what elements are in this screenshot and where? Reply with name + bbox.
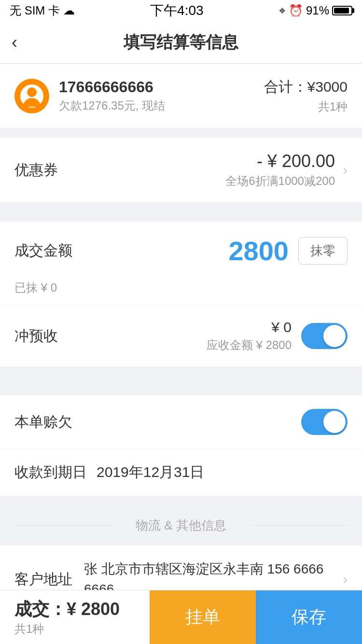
debt-section: 本单赊欠 收款到期日 2019年12月31日 (0, 395, 362, 496)
due-date-label: 收款到期日 (14, 462, 87, 482)
customer-total: 合计：¥3000 共1种 (264, 77, 348, 114)
avatar (14, 79, 49, 113)
coupon-row[interactable]: 优惠券 - ¥ 200.00 全场6折满1000减200 › (0, 138, 362, 202)
charge-amount: ¥ 0 应收金额 ¥ 2800 (207, 319, 292, 353)
status-bar: 无 SIM 卡 ☁ 下午4:03 ⌖ ⏰ 91% (0, 0, 362, 21)
charge-value: ¥ 0 (207, 319, 292, 336)
bottom-deal-line: 成交：¥ 2800 (14, 598, 135, 621)
debt-toggle[interactable] (301, 409, 348, 435)
address-chevron-icon: › (343, 571, 348, 588)
coupon-description: 全场6折满1000减200 (225, 173, 335, 189)
section-divider-1 (0, 212, 362, 222)
customer-info-row: 17666666666 欠款1276.35元, 现结 合计：¥3000 共1种 (0, 64, 362, 128)
charge-right: ¥ 0 应收金额 ¥ 2800 (207, 319, 348, 353)
page-title: 填写结算等信息 (124, 31, 238, 54)
logistics-divider: 物流 & 其他信息 (0, 505, 362, 546)
sim-label: 无 SIM 卡 ☁ (10, 3, 75, 18)
customer-details: 17666666666 欠款1276.35元, 现结 (59, 78, 165, 113)
pending-button[interactable]: 挂单 (150, 590, 256, 644)
charge-toggle[interactable] (301, 323, 348, 349)
bottom-deal-label: 成交： (14, 599, 67, 619)
address-label: 客户地址 (14, 570, 72, 589)
bottom-deal-value: ¥ 2800 (67, 599, 120, 619)
total-count: 共1种 (264, 99, 348, 114)
location-icon: ⌖ (279, 4, 286, 17)
logistics-label: 物流 & 其他信息 (136, 517, 226, 534)
deal-amount-value: 2800 (228, 235, 289, 266)
toggle-knob (323, 325, 346, 347)
nav-bar: ‹ 填写结算等信息 (0, 21, 362, 64)
alarm-icon: ⏰ (289, 4, 303, 17)
coupon-info: - ¥ 200.00 全场6折满1000减200 (225, 151, 335, 189)
deal-right: 2800 抹零 (228, 235, 348, 266)
deal-amount-row: 成交金额 2800 抹零 (0, 222, 362, 280)
charge-row: 冲预收 ¥ 0 应收金额 ¥ 2800 (0, 305, 362, 366)
save-button[interactable]: 保存 (256, 590, 362, 644)
battery-level: 91% (306, 4, 329, 17)
status-time: 下午4:03 (150, 1, 204, 20)
bottom-count: 共1种 (14, 621, 135, 637)
bottom-bar: 成交：¥ 2800 共1种 挂单 保存 (0, 590, 362, 644)
due-date-row: 收款到期日 2019年12月31日 (0, 448, 362, 496)
coupon-right: - ¥ 200.00 全场6折满1000减200 › (225, 151, 348, 189)
debt-row: 本单赊欠 (0, 395, 362, 448)
bottom-summary: 成交：¥ 2800 共1种 (0, 598, 150, 637)
deal-amount-section: 成交金额 2800 抹零 已抹 ¥ 0 冲预收 ¥ 0 应收金额 ¥ 2800 (0, 222, 362, 366)
round-button[interactable]: 抹零 (298, 237, 348, 265)
customer-debt: 欠款1276.35元, 现结 (59, 98, 165, 113)
status-left: 无 SIM 卡 ☁ (10, 3, 75, 18)
deal-amount-label: 成交金额 (14, 241, 72, 261)
due-date-value: 2019年12月31日 (97, 462, 204, 482)
coupon-label: 优惠券 (14, 160, 58, 180)
section-divider-2 (0, 376, 362, 386)
deal-sub-text: 已抹 ¥ 0 (0, 280, 362, 305)
content: 17666666666 欠款1276.35元, 现结 合计：¥3000 共1种 … (0, 64, 362, 644)
customer-left: 17666666666 欠款1276.35元, 现结 (14, 78, 165, 113)
coupon-discount: - ¥ 200.00 (225, 151, 335, 171)
chevron-right-icon: › (343, 162, 348, 178)
battery-icon (332, 6, 352, 15)
charge-sub-text: 应收金额 ¥ 2800 (207, 337, 292, 353)
debt-toggle-knob (323, 411, 346, 433)
status-right: ⌖ ⏰ 91% (279, 4, 352, 17)
total-amount: 合计：¥3000 (264, 77, 348, 97)
charge-label: 冲预收 (14, 326, 58, 346)
debt-label: 本单赊欠 (14, 412, 72, 432)
back-button[interactable]: ‹ (12, 32, 17, 53)
customer-phone: 17666666666 (59, 78, 165, 96)
